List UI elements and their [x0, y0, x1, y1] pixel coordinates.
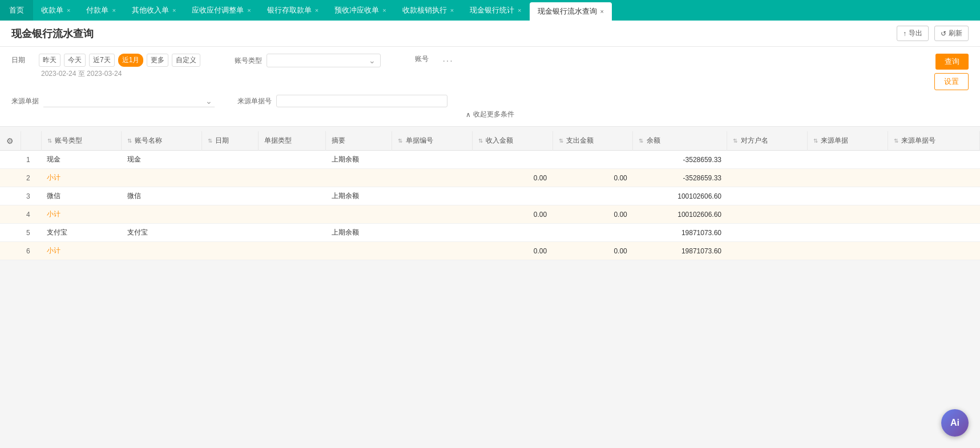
close-tab-4-icon[interactable]: × — [315, 7, 318, 14]
table-row[interactable]: 1 现金 现金 上期余额 -3528659.33 — [0, 151, 980, 169]
source-doc-label: 来源单据 — [11, 96, 39, 106]
collapse-bar[interactable]: ∧ 收起更多条件 — [11, 110, 969, 119]
table-row[interactable]: 6 小计 0.00 0.00 19871073.60 — [0, 242, 980, 260]
table-row[interactable]: 2 小计 0.00 0.00 -3528659.33 — [0, 169, 980, 187]
date-yesterday[interactable]: 昨天 — [39, 54, 61, 67]
sort-date-icon: ⇅ — [208, 138, 212, 144]
nav-tab-0[interactable]: 收款单 × — [33, 0, 78, 21]
table-header-row: ⚙ ⇅ 账号类型 ⇅ 账号名称 ⇅ 日期 单据类型 — [0, 131, 980, 151]
td-income: 0.00 — [473, 242, 553, 260]
td-index: 4 — [21, 205, 41, 224]
td-doc-no — [392, 151, 473, 169]
table-row[interactable]: 5 支付宝 支付宝 上期余额 19871073.60 — [0, 224, 980, 242]
td-account-type: 微信 — [41, 187, 122, 205]
source-doc-no-input[interactable] — [276, 95, 447, 107]
close-tab-0-icon[interactable]: × — [67, 7, 70, 14]
close-tab-3-icon[interactable]: × — [247, 7, 251, 14]
gear-icon[interactable]: ⚙ — [6, 136, 14, 146]
td-balance: 100102606.60 — [633, 205, 727, 224]
td-doc-type — [259, 224, 326, 242]
td-source-doc-no — [888, 242, 979, 260]
td-date — [201, 205, 259, 224]
th-balance[interactable]: ⇅ 余额 — [633, 131, 727, 151]
th-gear[interactable]: ⚙ — [0, 131, 21, 151]
close-tab-8-icon[interactable]: × — [600, 8, 604, 15]
td-counterparty — [727, 205, 808, 224]
td-balance: -3528659.33 — [633, 169, 727, 187]
page-title: 现金银行流水查询 — [11, 27, 94, 41]
date-custom[interactable]: 自定义 — [172, 54, 200, 67]
td-income — [473, 151, 553, 169]
th-income[interactable]: ⇅ 收入金额 — [473, 131, 553, 151]
td-summary: 上期余额 — [326, 224, 392, 242]
td-doc-no — [392, 205, 473, 224]
collapse-label: 收起更多条件 — [473, 110, 514, 119]
td-source-doc-no — [888, 169, 979, 187]
td-source-doc — [808, 205, 888, 224]
query-button[interactable]: 查询 — [935, 54, 969, 70]
table-container: ⚙ ⇅ 账号类型 ⇅ 账号名称 ⇅ 日期 单据类型 — [0, 131, 980, 260]
date-1month[interactable]: 近1月 — [118, 54, 144, 67]
td-account-name: 支付宝 — [122, 224, 202, 242]
td-date — [201, 187, 259, 205]
td-expense: 0.00 — [552, 169, 633, 187]
export-icon: ↑ — [903, 30, 906, 38]
date-more[interactable]: 更多 — [147, 54, 168, 67]
th-doc-type: 单据类型 — [259, 131, 326, 151]
close-tab-2-icon[interactable]: × — [172, 7, 176, 14]
filter-area: 日期 昨天 今天 近7天 近1月 更多 自定义 2023-02-24 至 202… — [0, 47, 980, 127]
collapse-up-icon: ∧ — [466, 111, 471, 119]
td-summary — [326, 205, 392, 224]
td-doc-type — [259, 205, 326, 224]
td-balance: 19871073.60 — [633, 242, 727, 260]
td-source-doc — [808, 242, 888, 260]
sort-expense-icon: ⇅ — [559, 138, 563, 144]
td-doc-no — [392, 187, 473, 205]
th-doc-no[interactable]: ⇅ 单据编号 — [392, 131, 473, 151]
table-row[interactable]: 3 微信 微信 上期余额 100102606.60 — [0, 187, 980, 205]
td-expense: 0.00 — [552, 242, 633, 260]
close-tab-1-icon[interactable]: × — [112, 7, 115, 14]
settings-button[interactable]: 设置 — [934, 73, 969, 90]
td-account-type: 小计 — [41, 169, 122, 187]
table-row[interactable]: 4 小计 0.00 0.00 100102606.60 — [0, 205, 980, 224]
th-counterparty[interactable]: ⇅ 对方户名 — [727, 131, 808, 151]
td-counterparty — [727, 187, 808, 205]
close-tab-5-icon[interactable]: × — [382, 7, 386, 14]
th-expense[interactable]: ⇅ 支出金额 — [552, 131, 633, 151]
td-counterparty — [727, 169, 808, 187]
date-7days[interactable]: 近7天 — [89, 54, 115, 67]
th-account-type[interactable]: ⇅ 账号类型 — [41, 131, 122, 151]
date-range-text: 2023-02-24 至 2023-03-24 — [41, 70, 122, 78]
nav-tab-7[interactable]: 现金银行统计 × — [462, 0, 529, 21]
nav-tab-2[interactable]: 其他收入单 × — [124, 0, 184, 21]
source-doc-no-field: 来源单据号 — [237, 95, 447, 107]
top-nav: 首页 收款单 × 付款单 × 其他收入单 × 应收应付调整单 × 银行存取款单 … — [0, 0, 980, 21]
th-account-name[interactable]: ⇅ 账号名称 — [122, 131, 202, 151]
refresh-button[interactable]: ↺ 刷新 — [934, 26, 969, 41]
nav-tab-1[interactable]: 付款单 × — [78, 0, 123, 21]
nav-tab-3[interactable]: 应收应付调整单 × — [184, 0, 259, 21]
nav-tab-6[interactable]: 收款核销执行 × — [394, 0, 462, 21]
source-doc-field: 来源单据 — [11, 95, 215, 107]
td-account-name: 现金 — [122, 151, 202, 169]
date-today[interactable]: 今天 — [64, 54, 86, 67]
nav-tab-5[interactable]: 预收冲应收单 × — [326, 0, 394, 21]
td-doc-type — [259, 169, 326, 187]
account-dots[interactable]: ... — [442, 54, 453, 64]
nav-tab-8[interactable]: 现金银行流水查询 × — [530, 2, 612, 21]
nav-tab-4[interactable]: 银行存取款单 × — [259, 0, 326, 21]
td-balance: 19871073.60 — [633, 224, 727, 242]
close-tab-6-icon[interactable]: × — [450, 7, 454, 14]
th-source-doc[interactable]: ⇅ 来源单据 — [808, 131, 888, 151]
th-source-doc-no[interactable]: ⇅ 来源单据号 — [888, 131, 979, 151]
source-doc-select[interactable] — [43, 95, 215, 107]
td-expense — [552, 151, 633, 169]
export-button[interactable]: ↑ 导出 — [897, 26, 929, 41]
close-tab-7-icon[interactable]: × — [518, 7, 521, 14]
th-date[interactable]: ⇅ 日期 — [201, 131, 259, 151]
account-type-select[interactable] — [267, 54, 381, 67]
th-index — [21, 131, 41, 151]
nav-home[interactable]: 首页 — [0, 0, 33, 21]
td-date — [201, 151, 259, 169]
